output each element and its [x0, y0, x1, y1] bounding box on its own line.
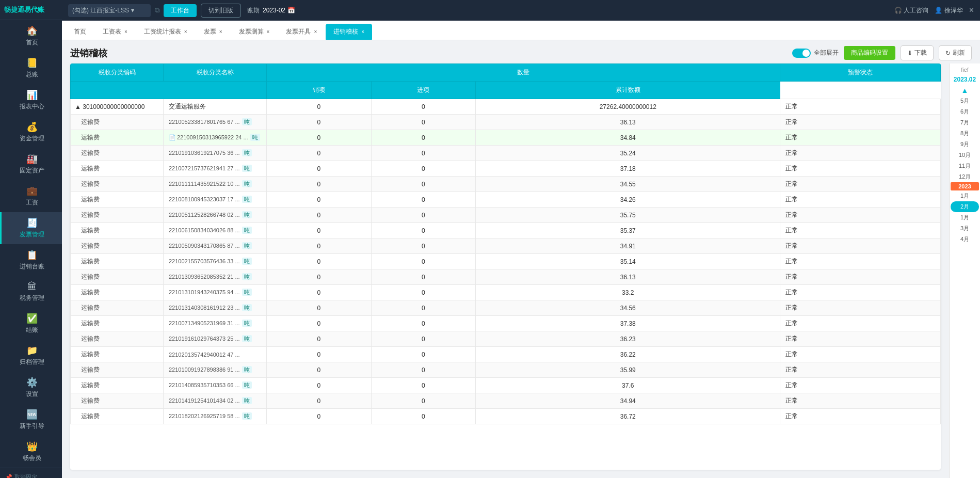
expand-icon[interactable]: ▲	[75, 103, 83, 110]
tab-label-salary-stat: 工资统计报表	[144, 27, 181, 36]
row-name: 运输费	[71, 331, 164, 347]
tab-close-salary-stat[interactable]: ×	[184, 29, 187, 35]
row-input: 0	[371, 130, 476, 146]
tab-label-invoice: 发票	[204, 27, 216, 36]
row-sales: 0	[267, 192, 372, 208]
sidebar-item-tax[interactable]: 🏛税务管理	[0, 276, 62, 308]
row-cumulative: 35.75	[476, 208, 780, 223]
sidebar-item-fund[interactable]: 💰资金管理	[0, 116, 62, 148]
sidebar-label-fund: 资金管理	[20, 134, 44, 143]
sidebar-item-assets[interactable]: 🏭固定资产	[0, 148, 62, 180]
row-input: 0	[371, 269, 476, 285]
sidebar-label-assets: 固定资产	[20, 166, 44, 175]
row-sales: 0	[267, 99, 372, 115]
sidebar-item-salary[interactable]: 💼工资	[0, 180, 62, 212]
close-button[interactable]: ×	[969, 6, 974, 15]
row-input: 0	[371, 316, 476, 331]
sidebar-icon-invoice-mgr: 🧾	[26, 217, 38, 229]
month-item[interactable]: 1月	[951, 190, 979, 201]
tab-invoice-calc[interactable]: 发票测算×	[231, 24, 278, 40]
row-invoice-code: 221019103619217075 36 ...吨	[164, 146, 267, 161]
month-item-active[interactable]: 2月	[951, 201, 979, 212]
sidebar-item-home[interactable]: 🏠首页	[0, 20, 62, 52]
expand-toggle[interactable]	[792, 49, 811, 58]
tab-close-salary[interactable]: ×	[124, 29, 127, 35]
row-name: 运输费	[71, 161, 164, 177]
sidebar-icon-ledger: 📒	[26, 57, 38, 69]
month-item[interactable]: 4月	[951, 234, 979, 245]
headset-icon: 🎧	[894, 7, 902, 14]
table-row: 运输费 221019103619217075 36 ...吨 0 0 35.24…	[71, 146, 941, 161]
sidebar-item-settings[interactable]: ⚙️设置	[0, 372, 62, 404]
row-sales: 0	[267, 331, 372, 347]
sidebar-item-report[interactable]: 📊报表中心	[0, 84, 62, 116]
month-item[interactable]: 9月	[951, 139, 979, 150]
sidebar-icon-fund: 💰	[26, 121, 38, 133]
row-status: 正常	[780, 393, 941, 409]
tab-close-invoice-calc[interactable]: ×	[267, 29, 270, 35]
row-name: 运输费	[71, 269, 164, 285]
row-invoice-code: 221013140308161912 23 ...吨	[164, 300, 267, 316]
table-row: 运输费 221005090343170865 87 ...吨 0 0 34.91…	[71, 238, 941, 254]
table-row: 运输费 221020135742940012 47 ... 0 0 36.22 …	[71, 347, 941, 362]
row-invoice-code: 221013101943240375 94 ...吨	[164, 285, 267, 300]
sidebar-icon-salary: 💼	[26, 185, 38, 197]
month-item[interactable]: 10月	[951, 150, 979, 161]
row-invoice-code: 221005233817801765 67 ...吨	[164, 115, 267, 130]
settings-button[interactable]: 商品编码设置	[844, 46, 895, 60]
expand-toggle-wrap: 全部展开	[792, 49, 839, 58]
calendar-icon[interactable]: 📅	[287, 7, 295, 14]
month-item[interactable]: 12月	[951, 171, 979, 182]
tab-salary-stat[interactable]: 工资统计报表×	[136, 24, 195, 40]
row-cumulative: 36.72	[476, 409, 780, 424]
tab-salary[interactable]: 工资表×	[95, 24, 135, 40]
row-invoice-code: 📄221009150313965922 24 ...吨	[164, 130, 267, 146]
row-status: 正常	[780, 316, 941, 331]
sidebar-item-settle[interactable]: ✅结账	[0, 308, 62, 340]
tab-invoice-open[interactable]: 发票开具×	[278, 24, 325, 40]
scroll-up-arrow[interactable]: ▲	[951, 85, 979, 95]
workspace-button[interactable]: 工作台	[164, 4, 197, 17]
active-year-badge[interactable]: 2023	[951, 182, 979, 190]
sidebar-label-settings: 设置	[26, 390, 38, 399]
file-icon[interactable]: 📄	[169, 134, 176, 140]
month-item[interactable]: 3月	[951, 223, 979, 234]
company-selector[interactable]: (勾选) 江西报宝-LSS ▾	[68, 4, 151, 17]
download-button[interactable]: ⬇ 下载	[901, 45, 934, 60]
sidebar-item-member[interactable]: 👑畅会员	[0, 436, 62, 468]
row-status: 正常	[780, 161, 941, 177]
row-invoice-code: 221008100945323037 17 ...吨	[164, 192, 267, 208]
month-item[interactable]: 7月	[951, 117, 979, 128]
month-item[interactable]: 1月	[951, 212, 979, 223]
month-item[interactable]: 6月	[951, 106, 979, 117]
sidebar-item-archive[interactable]: 📁归档管理	[0, 340, 62, 372]
tab-home[interactable]: 首页	[66, 24, 94, 40]
header-quantity-group: 数量	[267, 64, 780, 82]
support-button[interactable]: 🎧 人工咨询	[894, 6, 928, 15]
sidebar-item-invoice-mgr[interactable]: 🧾发票管理	[0, 212, 62, 244]
refresh-button[interactable]: ↻ 刷新	[939, 45, 972, 60]
row-sales: 0	[267, 208, 372, 223]
switch-version-button[interactable]: 切到旧版	[201, 4, 241, 18]
tab-close-invoice[interactable]: ×	[219, 29, 222, 35]
tab-close-invoice-open[interactable]: ×	[314, 29, 317, 35]
row-cumulative: 36.13	[476, 269, 780, 285]
row-cumulative: 37.38	[476, 316, 780, 331]
copy-icon[interactable]: ⧉	[155, 6, 159, 14]
tab-sales-check[interactable]: 进销稽核×	[326, 24, 372, 40]
tab-invoice[interactable]: 发票×	[196, 24, 230, 40]
sidebar-item-guide[interactable]: 🆕新手引导	[0, 404, 62, 436]
sidebar-item-ledger[interactable]: 📒总账	[0, 52, 62, 84]
unpin-button[interactable]: 📌 取消固定	[0, 468, 62, 478]
month-item[interactable]: 5月	[951, 95, 979, 106]
sidebar-item-purchase[interactable]: 📋进销台账	[0, 244, 62, 276]
row-name: 运输费	[71, 254, 164, 269]
month-item[interactable]: 11月	[951, 161, 979, 171]
row-status: 正常	[780, 285, 941, 300]
month-item[interactable]: 8月	[951, 128, 979, 139]
row-sales: 0	[267, 177, 372, 192]
top-bar-right: 🎧 人工咨询 👤 徐泽华 ×	[894, 6, 974, 15]
tab-close-sales-check[interactable]: ×	[361, 29, 364, 35]
row-invoice-code: 221007215737621941 27 ...吨	[164, 161, 267, 177]
user-menu[interactable]: 👤 徐泽华	[935, 6, 962, 15]
